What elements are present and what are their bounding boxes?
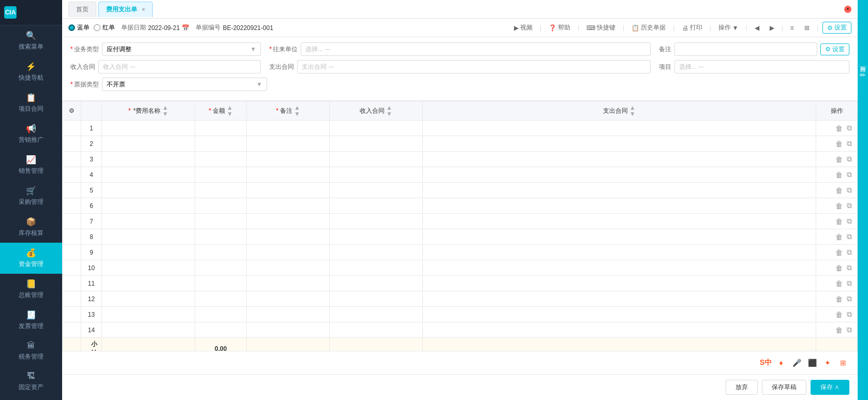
sales-icon: 📈 <box>26 155 36 165</box>
delete-btn[interactable]: 🗑 <box>834 154 844 165</box>
logo-icon: CIA <box>4 6 17 19</box>
print-btn[interactable]: 🖨 打印 <box>679 22 705 33</box>
save-button[interactable]: 保存 ∧ <box>811 380 849 395</box>
th-note[interactable]: * 备注 ▲▼ <box>247 101 330 121</box>
copy-btn[interactable]: ⧉ <box>846 123 853 134</box>
sidebar-item-sales[interactable]: 📈 销售管理 <box>0 150 62 181</box>
expense-contract-field: 支出合同 支出合同 ··· <box>269 60 651 73</box>
radio-blue[interactable] <box>68 24 75 31</box>
th-amount[interactable]: * 金额 ▲▼ <box>195 101 247 121</box>
copy-btn[interactable]: ⧉ <box>846 154 853 165</box>
shortcut-btn[interactable]: ⌨ 快捷键 <box>583 22 619 33</box>
delete-btn[interactable]: 🗑 <box>834 247 844 258</box>
project-select[interactable]: 选择... ··· <box>674 60 849 73</box>
sidebar-item-project-contract[interactable]: 📋 项目合同 <box>0 87 62 118</box>
expense-contract-select[interactable]: 支出合同 ··· <box>297 60 651 73</box>
delete-btn[interactable]: 🗑 <box>834 263 844 273</box>
counterpart-ellipsis[interactable]: ··· <box>325 46 330 53</box>
delete-btn[interactable]: 🗑 <box>834 123 844 134</box>
invoice-type-select[interactable]: 不开票 ▼ <box>102 78 267 91</box>
help-btn[interactable]: ❓ 帮助 <box>546 22 573 33</box>
project-field: 项目 选择... ··· <box>659 60 849 73</box>
discard-button[interactable]: 放弃 <box>726 380 758 395</box>
business-type-select[interactable]: 应付调整 ▼ <box>102 42 261 56</box>
project-label: 项目 <box>659 63 671 71</box>
tab-close-icon[interactable]: × <box>142 7 145 12</box>
history-btn[interactable]: 📋 历史单据 <box>628 22 669 33</box>
settings-btn-right[interactable]: ⚙ 设置 <box>820 43 849 55</box>
sidebar-item-marketing[interactable]: 📢 营销推广 <box>0 118 62 150</box>
copy-btn[interactable]: ⧉ <box>846 169 853 180</box>
video-btn[interactable]: ▶ 视频 <box>511 22 536 33</box>
sidebar-item-tax[interactable]: 🏛 税务管理 <box>0 336 62 366</box>
delete-btn[interactable]: 🗑 <box>834 278 844 289</box>
copy-btn[interactable]: ⧉ <box>846 247 853 258</box>
income-contract-select[interactable]: 收入合同 ··· <box>98 60 261 73</box>
window-controls: × <box>844 6 851 13</box>
th-settings[interactable]: ⚙ <box>63 101 81 121</box>
th-income-contract[interactable]: 收入合同 ▲▼ <box>330 101 423 121</box>
table-row: 3 🗑 ⧉ <box>63 152 858 167</box>
copy-btn[interactable]: ⧉ <box>846 293 853 304</box>
radio-red-label[interactable]: 红单 <box>94 23 115 32</box>
copy-btn[interactable]: ⧉ <box>846 200 853 211</box>
copy-btn[interactable]: ⧉ <box>846 185 853 196</box>
right-panel-edit-icon[interactable]: ✏ <box>860 71 866 79</box>
note-input[interactable] <box>674 42 817 56</box>
mic-btn[interactable]: 🎤 <box>790 357 803 369</box>
sidebar-item-purchase[interactable]: 🛒 采购管理 <box>0 181 62 212</box>
copy-btn[interactable]: ⧉ <box>846 216 853 227</box>
grid-btn[interactable]: ⊞ <box>837 357 849 369</box>
sidebar-item-payroll[interactable]: 💵 工资 <box>0 397 62 400</box>
nav-prev-btn[interactable]: ◀ <box>752 23 762 33</box>
nav-next-btn[interactable]: ▶ <box>767 23 777 33</box>
view-list-btn[interactable]: ≡ <box>787 23 797 33</box>
income-contract-ellipsis[interactable]: ··· <box>130 63 135 70</box>
copy-btn[interactable]: ⧉ <box>846 324 853 335</box>
tab-expense[interactable]: 费用支出单 × <box>98 2 153 17</box>
settings-btn[interactable]: ⚙ 设置 <box>822 22 851 34</box>
sidebar-item-search[interactable]: 🔍 搜索菜单 <box>0 25 62 56</box>
delete-btn[interactable]: 🗑 <box>834 325 844 335</box>
toolbar: 蓝单 红单 单据日期 2022-09-21 📅 单据编号 BE-20220921… <box>62 19 858 37</box>
income-contract-field: 收入合同 收入合同 ··· <box>70 60 261 73</box>
tax-icon: 🏛 <box>27 341 35 350</box>
radio-red[interactable] <box>94 24 100 31</box>
copy-btn[interactable]: ⧉ <box>846 262 853 273</box>
operate-btn[interactable]: 操作 ▼ <box>715 22 742 33</box>
calendar-icon[interactable]: 📅 <box>182 24 189 32</box>
save-draft-button[interactable]: 保存草稿 <box>762 380 806 395</box>
delete-btn[interactable]: 🗑 <box>834 309 844 320</box>
counterpart-select[interactable]: 选择... ··· <box>301 42 651 56</box>
delete-btn[interactable]: 🗑 <box>834 170 844 180</box>
sidebar-item-fund[interactable]: 💰 资金管理 <box>0 243 62 274</box>
sidebar-item-inventory[interactable]: 📦 库存核算 <box>0 212 62 243</box>
radio-blue-label[interactable]: 蓝单 <box>68 23 90 32</box>
copy-btn[interactable]: ⧉ <box>846 278 853 289</box>
delete-btn[interactable]: 🗑 <box>834 216 844 227</box>
square-btn[interactable]: ⬛ <box>806 357 818 369</box>
copy-btn[interactable]: ⧉ <box>846 138 853 149</box>
sidebar-item-quick-nav[interactable]: ⚡ 快捷导航 <box>0 56 62 87</box>
sidebar-item-ledger[interactable]: 📒 总账管理 <box>0 274 62 305</box>
view-grid-btn[interactable]: ⊞ <box>801 23 813 33</box>
project-ellipsis[interactable]: ··· <box>699 63 704 70</box>
th-expense-name[interactable]: * *费用名称 ▲▼ <box>102 101 195 121</box>
copy-btn[interactable]: ⧉ <box>846 309 853 320</box>
sidebar-item-invoice[interactable]: 🧾 发票管理 <box>0 305 62 336</box>
diamond-btn[interactable]: ♦ <box>775 357 787 369</box>
window-close-btn[interactable]: × <box>844 6 851 13</box>
delete-btn[interactable]: 🗑 <box>834 232 844 242</box>
tab-home[interactable]: 首页 <box>68 2 96 17</box>
expense-contract-ellipsis[interactable]: ··· <box>329 63 334 70</box>
table-row: 5 🗑 ⧉ <box>63 183 858 198</box>
sidebar-item-fixed-assets[interactable]: 🏗 固定资产 <box>0 366 62 397</box>
copy-btn[interactable]: ⧉ <box>846 231 853 242</box>
th-expense-contract[interactable]: 支出合同 ▲▼ <box>423 101 816 121</box>
keyboard-icon: ⌨ <box>586 24 595 32</box>
star-btn[interactable]: ✦ <box>821 357 834 369</box>
delete-btn[interactable]: 🗑 <box>834 294 844 304</box>
delete-btn[interactable]: 🗑 <box>834 139 844 149</box>
delete-btn[interactable]: 🗑 <box>834 185 844 196</box>
delete-btn[interactable]: 🗑 <box>834 201 844 211</box>
